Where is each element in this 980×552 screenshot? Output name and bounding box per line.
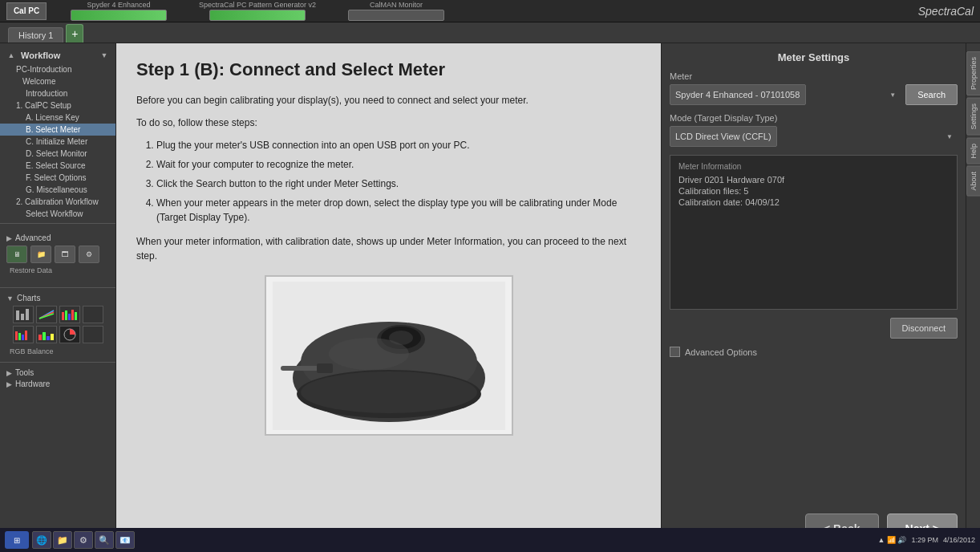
program-spectracal: SpectraCal PC Pattern Generator v2 [199, 1, 316, 21]
sidebar-divider-1 [0, 223, 115, 224]
mode-label: Mode (Target Display Type) [670, 113, 958, 123]
content-outro: When your meter information, with calibr… [136, 234, 641, 263]
taskbar-icon-3[interactable]: ⚙ [74, 531, 93, 549]
restore-data-label: Restore Data [10, 266, 52, 274]
svg-rect-13 [22, 335, 24, 340]
advanced-options-row: Advanced Options [670, 347, 958, 357]
sidebar-item-select-meter[interactable]: B. Select Meter [0, 124, 115, 136]
sidebar-item-select-options[interactable]: F. Select Options [0, 172, 115, 184]
right-panel: Meter Settings Meter Spyder 4 Enhanced -… [661, 43, 966, 552]
icon-monitor[interactable]: 🖥 [6, 246, 27, 263]
taskbar-date: 4/16/2012 [943, 536, 975, 544]
svg-rect-1 [21, 314, 24, 320]
icon-settings2[interactable]: ⚙ [79, 246, 99, 263]
hardware-label: Hardware [15, 380, 50, 388]
svg-rect-11 [15, 331, 18, 340]
meter-info-title: Meter Information [678, 162, 949, 171]
advanced-label: Advanced [15, 233, 51, 242]
sidebar-scroll-down[interactable]: ▼ [99, 51, 109, 60]
step-1: Plug the your meter's USB connection int… [156, 138, 641, 152]
tab-history[interactable]: History 1 [8, 27, 63, 43]
chart-thumb-7[interactable] [59, 326, 80, 343]
chart-thumb-8[interactable] [83, 326, 103, 343]
svg-rect-8 [68, 314, 71, 320]
chart-thumb-4[interactable] [83, 306, 103, 323]
program-spyder-label: Spyder 4 Enhanced [87, 1, 150, 9]
mode-row: LCD Direct View (CCFL)LCD Direct View (L… [670, 126, 958, 147]
sidebar-item-select-monitor[interactable]: D. Select Monitor [0, 148, 115, 160]
step-2: Wait for your computer to recognize the … [156, 157, 641, 172]
tab-properties[interactable]: Properties [966, 51, 981, 95]
sidebar-item-introduction[interactable]: Introduction [0, 87, 115, 99]
sidebar-divider-3 [0, 362, 115, 363]
hardware-toggle-icon[interactable]: ▶ [6, 380, 12, 388]
disconnect-button[interactable]: Disconnect [890, 318, 958, 339]
sidebar-icons-area: ▶ Advanced 🖥 📁 🗔 ⚙ Restore Data [0, 227, 115, 284]
tab-bar: History 1 + [0, 22, 980, 43]
chart-thumb-3[interactable] [59, 306, 80, 323]
meter-settings-title: Meter Settings [670, 51, 958, 63]
sidebar-item-select-workflow[interactable]: Select Workflow [0, 208, 115, 220]
sidebar-item-pc-intro[interactable]: PC-Introduction [0, 63, 115, 75]
tab-help[interactable]: Help [966, 138, 981, 164]
svg-rect-12 [18, 333, 21, 340]
svg-rect-6 [62, 312, 64, 320]
sidebar-item-select-source[interactable]: E. Select Source [0, 160, 115, 172]
advanced-toggle-icon[interactable]: ▶ [6, 234, 12, 242]
mode-select[interactable]: LCD Direct View (CCFL)LCD Direct View (L… [670, 126, 777, 147]
tools-label: Tools [15, 368, 34, 377]
program-calman-label: CalMAN Monitor [370, 1, 423, 9]
chart-thumb-1[interactable] [13, 306, 34, 323]
svg-rect-26 [281, 366, 321, 371]
tab-settings[interactable]: Settings [966, 98, 981, 136]
disconnect-row: Disconnect [670, 318, 958, 339]
meter-row: Spyder 4 Enhanced - 07101058Other Meter … [670, 84, 958, 105]
sidebar-scroll-up[interactable]: ▲ [6, 51, 16, 60]
svg-rect-18 [51, 334, 54, 340]
program-calman-bar [348, 10, 444, 21]
taskbar-icon-5[interactable]: 📧 [115, 531, 135, 549]
program-spectracal-bar [209, 10, 306, 21]
meter-image [265, 275, 513, 436]
charts-toggle-icon[interactable]: ▼ [6, 294, 14, 302]
tools-toggle-icon[interactable]: ▶ [6, 369, 12, 377]
rgb-balance-label: RGB Balance [6, 347, 109, 356]
meter-select[interactable]: Spyder 4 Enhanced - 07101058Other Meter [670, 84, 806, 105]
tab-about[interactable]: About [966, 166, 981, 197]
taskbar-icon-2[interactable]: 📁 [53, 531, 72, 549]
tools-section: ▶ Tools ▶ Hardware [0, 366, 115, 391]
svg-rect-15 [38, 335, 42, 340]
sidebar: ▲ Workflow ▼ PC-Introduction Welcome Int… [0, 43, 116, 552]
svg-rect-2 [26, 309, 29, 320]
app-logo: Cal PC [6, 2, 47, 20]
tab-add-button[interactable]: + [66, 24, 83, 43]
program-spyder-bar [71, 10, 167, 21]
sidebar-item-miscellaneous[interactable]: G. Miscellaneous [0, 184, 115, 196]
svg-rect-16 [43, 332, 46, 340]
taskbar-icon-1[interactable]: 🌐 [32, 531, 51, 549]
chart-thumb-6[interactable] [36, 326, 57, 343]
sidebar-item-calpc-setup[interactable]: 1. CalPC Setup [0, 99, 115, 112]
taskbar-icon-4[interactable]: 🔍 [95, 531, 114, 549]
sidebar-item-initialize-meter[interactable]: C. Initialize Meter [0, 136, 115, 148]
svg-rect-27 [317, 363, 333, 373]
start-button[interactable]: ⊞ [5, 531, 29, 549]
meter-info-line-3: Calibration date: 04/09/12 [678, 197, 949, 207]
icon-folder[interactable]: 📁 [30, 246, 51, 263]
chart-thumb-5[interactable] [13, 326, 34, 343]
search-button[interactable]: Search [905, 84, 958, 105]
sidebar-item-license-key[interactable]: A. License Key [0, 112, 115, 124]
taskbar-time: 1:29 PM [911, 536, 938, 544]
content-steps-list: Plug the your meter's USB connection int… [156, 138, 641, 225]
top-bar: Cal PC Spyder 4 Enhanced SpectraCal PC P… [0, 0, 980, 22]
sidebar-item-welcome[interactable]: Welcome [0, 75, 115, 87]
svg-rect-9 [71, 310, 74, 320]
sidebar-divider-2 [0, 287, 115, 288]
advanced-options-checkbox[interactable] [670, 347, 680, 357]
program-calman: CalMAN Monitor [348, 1, 444, 21]
icon-window[interactable]: 🗔 [55, 246, 75, 263]
advanced-options-label: Advanced Options [685, 347, 757, 357]
sidebar-item-calibration-workflow[interactable]: 2. Calibration Workflow [0, 196, 115, 208]
chart-thumb-2[interactable] [36, 306, 57, 323]
step-3: Click the Search button to the right und… [156, 177, 641, 191]
